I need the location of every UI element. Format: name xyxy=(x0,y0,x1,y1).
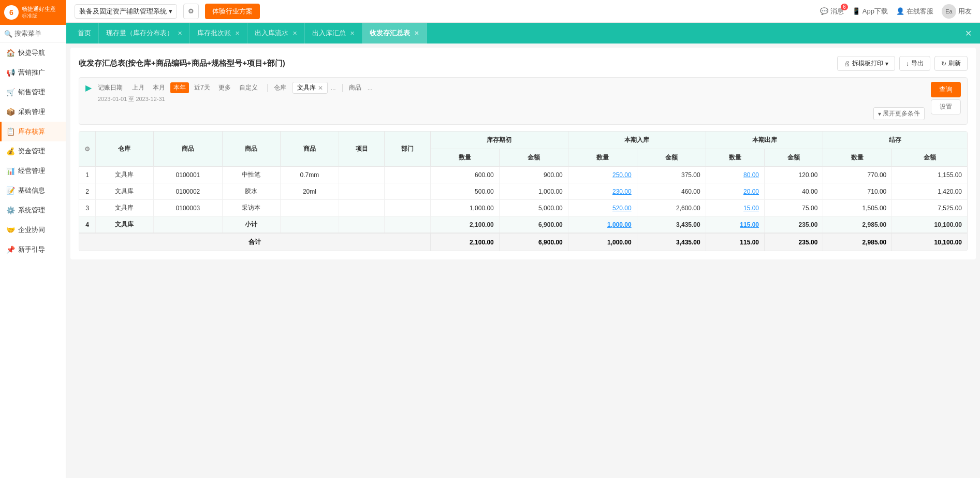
sidebar-item-guide[interactable]: 📌 新手引导 xyxy=(0,240,66,259)
user-area[interactable]: Ea 用友 xyxy=(942,4,972,19)
sidebar: 6 畅捷通好生意 标准版 🔍 搜索菜单 🏠 快捷导航 📢 营销推广 🛒 销售管理… xyxy=(0,0,66,478)
cell-department xyxy=(385,167,430,183)
guide-icon: 📌 xyxy=(6,245,15,254)
cell-in-qty[interactable]: 250.00 xyxy=(568,167,637,183)
goods-more[interactable]: ... xyxy=(368,84,373,92)
cell-code: 0100002 xyxy=(153,183,222,200)
sidebar-item-label: 系统管理 xyxy=(18,206,45,215)
sidebar-item-search[interactable]: 🔍 搜索菜单 xyxy=(0,25,66,43)
tab-stock-flow-close[interactable]: ✕ xyxy=(292,30,297,37)
app-download-button[interactable]: 📱 App下载 xyxy=(852,7,888,16)
settings-button-filter[interactable]: 设置 xyxy=(931,99,961,114)
cell-department xyxy=(385,216,430,234)
footer-balance-amt: 10,100.00 xyxy=(892,233,967,251)
refresh-icon: ↻ xyxy=(941,60,946,67)
cell-out-qty[interactable]: 15.00 xyxy=(706,200,764,216)
experience-button[interactable]: 体验行业方案 xyxy=(205,4,260,19)
sidebar-item-sales[interactable]: 🛒 销售管理 xyxy=(0,82,66,102)
cell-balance-qty: 2,985.00 xyxy=(823,216,892,234)
last-7-days-btn[interactable]: 近7天 xyxy=(191,82,213,93)
sidebar-item-finance[interactable]: 💰 资金管理 xyxy=(0,141,66,161)
tab-batch-account-close[interactable]: ✕ xyxy=(235,30,240,37)
cell-out-qty[interactable]: 115.00 xyxy=(706,216,764,234)
more-btn[interactable]: 更多 xyxy=(215,82,234,93)
tab-stock-summary-close[interactable]: ✕ xyxy=(350,30,355,37)
cell-in-qty[interactable]: 1,000.00 xyxy=(568,216,637,234)
tab-io-summary[interactable]: 收发存汇总表 ✕ xyxy=(362,23,427,44)
finance-icon: 💰 xyxy=(6,147,15,155)
cell-code: 0100003 xyxy=(153,200,222,216)
sidebar-item-purchase[interactable]: 📦 采购管理 xyxy=(0,102,66,122)
sidebar-item-system[interactable]: ⚙️ 系统管理 xyxy=(0,200,66,220)
page-actions: 🖨 拆模板打印 ▾ ↓ 导出 ↻ 刷新 xyxy=(837,56,968,71)
warehouse-label: 仓库 xyxy=(274,83,286,92)
th-spec: 商品 xyxy=(280,132,339,167)
header-right: 💬 消息 6 📱 App下载 👤 在线客服 Ea 用友 xyxy=(820,4,972,19)
sidebar-search-label: 搜索菜单 xyxy=(14,29,41,38)
filter-expand-icon[interactable]: ▶ xyxy=(85,83,92,93)
export-button[interactable]: ↓ 导出 xyxy=(899,56,930,71)
cell-code: 0100001 xyxy=(153,167,222,183)
custom-btn[interactable]: 自定义 xyxy=(236,82,261,93)
online-service-button[interactable]: 👤 在线客服 xyxy=(896,7,933,16)
cell-spec xyxy=(280,216,339,234)
main-content: 装备及固定资产辅助管理系统 ▾ ⚙ 体验行业方案 💬 消息 6 📱 App下载 … xyxy=(66,0,980,478)
logo-subtitle: 标准版 xyxy=(22,12,56,20)
gear-icon: ⚙ xyxy=(188,7,194,15)
home-icon: 🏠 xyxy=(6,49,15,57)
this-month-btn[interactable]: 本月 xyxy=(150,82,168,93)
tab-stock-dist-close[interactable]: ✕ xyxy=(178,30,182,37)
footer-in-amt: 3,435.00 xyxy=(637,233,706,251)
query-button[interactable]: 查询 xyxy=(931,82,961,97)
cell-in-amt: 2,600.00 xyxy=(637,200,706,216)
cell-opening-amt: 5,000.00 xyxy=(499,200,568,216)
cell-in-qty[interactable]: 520.00 xyxy=(568,200,637,216)
cell-in-qty[interactable]: 230.00 xyxy=(568,183,637,200)
tab-batch-account[interactable]: 库存批次账 ✕ xyxy=(190,23,247,44)
system-icon: ⚙️ xyxy=(6,206,15,214)
settings-button[interactable]: ⚙ xyxy=(183,4,199,19)
cell-opening-amt: 1,000.00 xyxy=(499,183,568,200)
footer-label: 合计 xyxy=(79,233,430,251)
column-settings-icon[interactable]: ⚙ xyxy=(84,146,90,153)
sidebar-logo: 6 畅捷通好生意 标准版 xyxy=(0,0,66,25)
tab-stock-flow[interactable]: 出入库流水 ✕ xyxy=(247,23,305,44)
sidebar-item-label: 营销推广 xyxy=(18,68,45,77)
system-selector[interactable]: 装备及固定资产辅助管理系统 ▾ xyxy=(75,4,177,19)
cell-out-amt: 75.00 xyxy=(765,200,823,216)
inventory-icon: 📋 xyxy=(6,127,15,136)
message-button[interactable]: 💬 消息 6 xyxy=(820,7,844,16)
cell-out-qty[interactable]: 80.00 xyxy=(706,167,764,183)
sidebar-item-label: 销售管理 xyxy=(18,88,45,97)
cell-code xyxy=(153,216,222,234)
sidebar-item-quick-nav[interactable]: 🏠 快捷导航 xyxy=(0,43,66,63)
refresh-button[interactable]: ↻ 刷新 xyxy=(934,56,968,71)
warehouse-tag-remove[interactable]: ✕ xyxy=(318,84,323,92)
sidebar-item-inventory[interactable]: 📋 库存核算 xyxy=(0,122,66,141)
last-month-btn[interactable]: 上月 xyxy=(129,82,148,93)
filter-bar: ▶ 记账日期 上月 本月 本年 近7天 更多 自定义 xyxy=(79,77,968,125)
date-shortcuts: 上月 本月 本年 近7天 更多 自定义 xyxy=(129,82,261,93)
sidebar-item-label: 快捷导航 xyxy=(18,48,45,57)
sidebar-item-marketing[interactable]: 📢 营销推广 xyxy=(0,63,66,82)
print-label: 拆模板打印 xyxy=(852,59,883,68)
this-year-btn[interactable]: 本年 xyxy=(170,82,189,93)
warehouse-tag[interactable]: 文具库 ✕ xyxy=(292,82,328,94)
print-button[interactable]: 🖨 拆模板打印 ▾ xyxy=(837,56,895,71)
filter-divider2 xyxy=(342,84,343,92)
cell-no: 3 xyxy=(79,200,96,216)
cell-balance-amt: 1,155.00 xyxy=(892,167,967,183)
sidebar-item-basic-info[interactable]: 📝 基础信息 xyxy=(0,181,66,200)
sidebar-item-enterprise[interactable]: 🤝 企业协同 xyxy=(0,220,66,240)
tab-bar-close-button[interactable]: ✕ xyxy=(961,28,976,38)
warehouse-more[interactable]: ... xyxy=(331,84,336,92)
tab-stock-flow-label: 出入库流水 xyxy=(255,28,288,38)
expand-conditions-button[interactable]: ▾ 展开更多条件 xyxy=(873,107,925,120)
search-icon: 🔍 xyxy=(4,30,12,38)
sidebar-item-operation[interactable]: 📊 经营管理 xyxy=(0,161,66,181)
tab-stock-summary[interactable]: 出入库汇总 ✕ xyxy=(305,23,362,44)
cell-out-qty[interactable]: 20.00 xyxy=(706,183,764,200)
tab-io-summary-close[interactable]: ✕ xyxy=(414,30,419,37)
tab-home[interactable]: 首页 xyxy=(70,23,99,44)
tab-stock-dist[interactable]: 现存量（库存分布表） ✕ xyxy=(99,23,190,44)
